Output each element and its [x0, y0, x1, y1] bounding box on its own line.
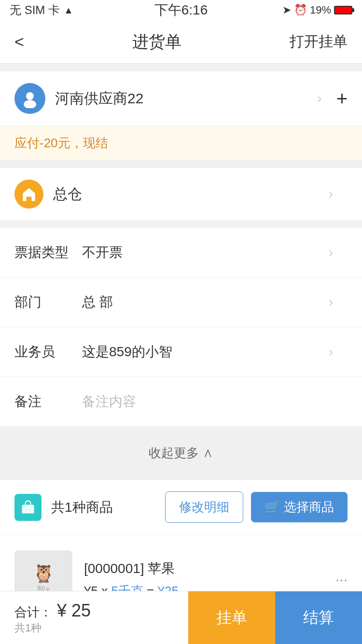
home-icon	[20, 185, 38, 203]
ticket-type-row[interactable]: 票据类型 不开票 ›	[0, 228, 362, 278]
svg-rect-2	[22, 504, 34, 513]
more-options-button[interactable]: ···	[326, 571, 348, 588]
chevron-right-icon: ›	[317, 91, 321, 106]
chevron-right-icon: ›	[329, 186, 333, 202]
product-title: 苹果	[148, 561, 175, 576]
ticket-type-value: 不开票	[72, 243, 329, 262]
salesperson-row[interactable]: 业务员 这是859的小智 ›	[0, 327, 362, 377]
status-bar-right: ➤ ⏰ 19%	[282, 4, 352, 16]
chevron-right-icon: ›	[329, 294, 333, 310]
products-header: 共1种商品 修改明细 🛒 选择商品	[0, 480, 362, 535]
total-row: 合计： ¥ 25	[14, 601, 188, 621]
bottom-total: 合计： ¥ 25 共1种	[0, 591, 188, 644]
department-row[interactable]: 部门 总 部 ›	[0, 278, 362, 327]
svg-point-0	[26, 92, 34, 100]
chevron-right-icon: ›	[329, 245, 333, 260]
remark-row[interactable]: 备注 备注内容	[0, 377, 362, 426]
products-icon	[14, 494, 42, 521]
svg-point-1	[24, 100, 36, 108]
product-code: [0000001]	[84, 561, 148, 576]
carrier-label: 无 SIM 卡	[10, 2, 60, 18]
person-icon	[20, 89, 40, 108]
collapse-label: 收起更多 ∧	[149, 445, 213, 462]
battery-icon	[334, 6, 352, 14]
hang-order-button[interactable]: 挂单	[188, 591, 275, 644]
wifi-icon: ▲	[64, 5, 73, 16]
total-amount: ¥ 25	[57, 601, 91, 621]
checkout-button[interactable]: 结算	[275, 591, 362, 644]
salesperson-value: 这是859的小智	[72, 343, 329, 361]
supplier-name: 河南供应商22	[55, 89, 317, 109]
total-count: 共1种	[14, 621, 188, 635]
salesperson-label: 业务员	[14, 343, 72, 361]
product-name: [0000001] 苹果	[84, 560, 326, 578]
products-count: 共1种商品	[51, 498, 165, 517]
supplier-row[interactable]: 河南供应商22 › +	[0, 71, 362, 126]
open-pending-button[interactable]: 打开挂单	[290, 32, 348, 52]
back-button[interactable]: <	[14, 32, 24, 51]
bottom-bar: 合计： ¥ 25 共1种 挂单 结算	[0, 591, 362, 644]
supplier-card: 河南供应商22 › + 应付-20元，现结	[0, 71, 362, 160]
department-label: 部门	[14, 293, 72, 311]
add-button[interactable]: +	[336, 88, 348, 110]
nav-bar: < 进货单 打开挂单	[0, 20, 362, 64]
battery-percent: 19%	[310, 4, 331, 16]
select-label: 选择商品	[284, 499, 334, 516]
ticket-type-label: 票据类型	[14, 243, 72, 262]
page-title: 进货单	[132, 31, 181, 53]
remark-placeholder[interactable]: 备注内容	[72, 392, 348, 411]
total-label: 合计：	[14, 604, 52, 621]
alert-banner: 应付-20元，现结	[0, 126, 362, 160]
select-product-button[interactable]: 🛒 选择商品	[251, 492, 348, 522]
status-bar-time: 下午6:16	[154, 1, 208, 19]
remark-label: 备注	[14, 392, 72, 411]
chevron-right-icon: ›	[329, 344, 333, 360]
cart-icon	[19, 499, 37, 516]
warehouse-row[interactable]: 总仓 ›	[0, 168, 362, 220]
status-bar-left: 无 SIM 卡 ▲	[10, 2, 73, 18]
collapse-row[interactable]: 收起更多 ∧	[0, 434, 362, 472]
owl-icon: 🦉	[33, 563, 55, 584]
supplier-avatar	[14, 83, 45, 114]
warehouse-name: 总仓	[53, 184, 329, 204]
status-bar: 无 SIM 卡 ▲ 下午6:16 ➤ ⏰ 19%	[0, 0, 362, 20]
department-value: 总 部	[72, 293, 329, 311]
edit-details-button[interactable]: 修改明细	[165, 491, 243, 523]
select-icon: 🛒	[265, 500, 280, 515]
alarm-icon: ⏰	[294, 4, 307, 16]
form-rows-card: 票据类型 不开票 › 部门 总 部 › 业务员 这是859的小智 › 备注 备注…	[0, 228, 362, 426]
main-content: 河南供应商22 › + 应付-20元，现结 总仓 › 票据类型 不开票 › 部门…	[0, 71, 362, 644]
warehouse-icon	[14, 180, 43, 209]
location-icon: ➤	[282, 4, 291, 16]
